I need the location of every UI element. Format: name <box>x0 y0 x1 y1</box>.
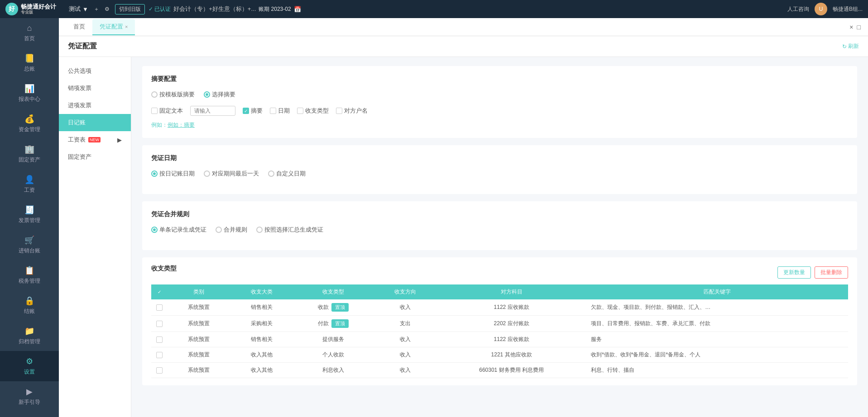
sidebar-item-reports[interactable]: 📊 报表中心 <box>0 78 59 109</box>
sidebar-item-member[interactable]: ♦ 畅会员 <box>0 412 59 417</box>
keywords-cell: 欠款、现金、项目款、到付款、报销款、汇入、… <box>586 299 848 316</box>
invoice-icon: 🧾 <box>24 205 34 215</box>
user-avatar[interactable]: U <box>815 3 827 15</box>
assets-icon: 🏢 <box>24 144 34 154</box>
table-row: 系统预置 销售相关 收款 置顶 收入 1122 应收账款 欠款、现金、项目款、到… <box>151 299 848 316</box>
sidebar-item-label: 固定资产 <box>19 156 40 164</box>
summary-checkbox-row: 固定文本 ✓ 摘要 日期 收支类型 <box>151 106 848 116</box>
reset-button[interactable]: 置顶 <box>331 303 349 312</box>
leftnav-fixed-assets[interactable]: 固定资产 <box>59 148 131 166</box>
sidebar-item-newbie[interactable]: ▶ 新手引导 <box>0 381 59 412</box>
checkbox-date[interactable]: 日期 <box>270 107 290 115</box>
keywords-cell: 收到*借款、收到*备用金、退回*备用金、个人 <box>586 347 848 363</box>
sidebar-item-label: 工资 <box>24 186 35 194</box>
summary-radio-group: 按模板版摘要 选择摘要 <box>151 90 848 99</box>
refresh-button[interactable]: ↻ 刷新 <box>842 43 859 50</box>
new-badge: NEW <box>88 137 101 142</box>
sidebar-item-settings[interactable]: ⚙ 设置 <box>0 351 59 381</box>
company-selector[interactable]: 测试 ▼ <box>69 5 88 13</box>
sidebar-item-payroll[interactable]: 👤 工资 <box>0 169 59 199</box>
type-label: 收支类型 <box>305 107 329 115</box>
account-cell: 1122 应收账款 <box>436 332 586 347</box>
sidebar-item-label: 结账 <box>24 308 35 315</box>
switch-version-button[interactable]: 切到旧版 <box>115 4 145 14</box>
abstract-label: 摘要 <box>251 107 263 115</box>
date-label: 日期 <box>278 107 290 115</box>
tab-bar: 首页 凭证配置 × × □ <box>59 18 868 36</box>
leftnav-payroll-label: 工资表 <box>68 136 86 144</box>
two-column-layout: 公共选项 销项发票 进项发票 日记账 工资表 NEW <box>59 57 868 417</box>
leftnav-journal[interactable]: 日记账 <box>59 114 131 131</box>
radio-summary-gen[interactable]: 按照选择汇总生成凭证 <box>256 226 323 234</box>
major-type-cell: 销售相关 <box>230 299 293 316</box>
select-all-checkbox[interactable]: ✓ <box>156 289 163 295</box>
update-button[interactable]: 更新数量 <box>777 266 811 279</box>
batch-delete-button[interactable]: 批量删除 <box>815 266 848 279</box>
ledger-icon: 📒 <box>24 53 34 63</box>
checkbox-type[interactable]: 收支类型 <box>297 107 329 115</box>
tab-home[interactable]: 首页 <box>66 19 92 35</box>
tab-close-button[interactable]: × <box>125 24 128 29</box>
leftnav-sales-invoice[interactable]: 销项发票 <box>59 80 131 97</box>
checkbox-party[interactable]: 对方户名 <box>336 107 368 115</box>
sidebar-item-home[interactable]: ⌂ 首页 <box>0 18 59 48</box>
row-checkbox[interactable] <box>156 367 163 374</box>
sidebar-item-assets[interactable]: 🏢 固定资产 <box>0 139 59 169</box>
radio-period-last[interactable]: 对应期间最后一天 <box>204 170 259 178</box>
tab-voucher[interactable]: 凭证配置 × <box>92 19 135 35</box>
sidebar: ⌂ 首页 📒 总账 📊 报表中心 💰 资金管理 🏢 固定资产 👤 工资 🧾 发票… <box>0 18 59 417</box>
sidebar-item-invoice[interactable]: 🧾 发票管理 <box>0 199 59 230</box>
status-badges: ✓ 已认证 好会计（专）+好生意（标）+... 账期 2023-02 📅 <box>149 5 301 13</box>
radio-dot-template <box>151 91 158 98</box>
col-sub-type: 收支类型 <box>293 284 374 299</box>
sidebar-item-purchase[interactable]: 🛒 进销台账 <box>0 230 59 260</box>
sidebar-item-ledger[interactable]: 📒 总账 <box>0 48 59 78</box>
radio-dot-single <box>151 227 158 233</box>
page-header: 凭证配置 ↻ 刷新 <box>59 36 868 57</box>
sidebar-item-funds[interactable]: 💰 资金管理 <box>0 109 59 139</box>
leftnav-public[interactable]: 公共选项 <box>59 62 131 80</box>
leftnav-payroll[interactable]: 工资表 NEW ▶ <box>59 131 131 148</box>
fixed-text-input[interactable] <box>190 106 235 116</box>
keywords-cell: 项目、日常费用、报销款、车费、承兑汇票、付款 <box>586 316 848 332</box>
support-link[interactable]: 人工咨询 <box>787 5 809 13</box>
checkbox-fixed-text[interactable]: 固定文本 <box>151 107 183 115</box>
leftnav-purchase-invoice[interactable]: 进项发票 <box>59 97 131 114</box>
custom-date-label: 自定义日期 <box>276 170 306 178</box>
sidebar-item-archive[interactable]: 📁 归档管理 <box>0 321 59 351</box>
category-cell: 系统预置 <box>168 299 230 316</box>
major-type-cell: 收入其他 <box>230 347 293 363</box>
major-type-cell: 销售相关 <box>230 332 293 347</box>
checkbox-box-fixed <box>151 108 158 114</box>
row-checkbox[interactable] <box>156 321 163 327</box>
sidebar-item-close[interactable]: 🔒 结账 <box>0 290 59 321</box>
table-row: 系统预置 销售相关 提供服务 收入 1122 应收账款 服务 <box>151 332 848 347</box>
close-window-icon[interactable]: × <box>849 24 853 31</box>
row-checkbox[interactable] <box>156 352 163 358</box>
radio-merge-rule[interactable]: 合并规则 <box>216 226 247 234</box>
row-checkbox[interactable] <box>156 336 163 343</box>
sidebar-item-tax[interactable]: 📋 税务管理 <box>0 260 59 290</box>
radio-select-summary[interactable]: 选择摘要 <box>204 90 235 99</box>
checkbox-abstract[interactable]: ✓ 摘要 <box>243 107 263 115</box>
category-cell: 系统预置 <box>168 347 230 363</box>
example-value: 例如：摘要 <box>168 122 195 128</box>
radio-select-label: 选择摘要 <box>212 90 235 99</box>
category-cell: 系统预置 <box>168 332 230 347</box>
radio-single[interactable]: 单条记录生成凭证 <box>151 226 206 234</box>
expand-window-icon[interactable]: □ <box>857 24 861 31</box>
merge-radio-group: 单条记录生成凭证 合并规则 按照选择汇总生成凭证 <box>151 226 848 234</box>
sub-type-cell: 利息收入 <box>293 363 374 378</box>
reset-button[interactable]: 置顶 <box>331 319 349 328</box>
journal-date-label: 按日记账日期 <box>159 170 195 178</box>
content-area: 首页 凭证配置 × × □ 凭证配置 ↻ 刷新 公共选项 <box>59 18 868 417</box>
radio-journal-date[interactable]: 按日记账日期 <box>151 170 195 178</box>
tab-voucher-label: 凭证配置 <box>100 23 123 31</box>
calendar-icon[interactable]: 📅 <box>294 6 301 13</box>
radio-custom-date[interactable]: 自定义日期 <box>268 170 306 178</box>
sidebar-item-label: 资金管理 <box>19 126 40 133</box>
add-icon[interactable]: ＋ <box>94 5 99 13</box>
radio-template-summary[interactable]: 按模板版摘要 <box>151 90 195 99</box>
row-checkbox[interactable] <box>156 304 163 311</box>
settings-icon[interactable]: ⚙ <box>105 6 110 12</box>
